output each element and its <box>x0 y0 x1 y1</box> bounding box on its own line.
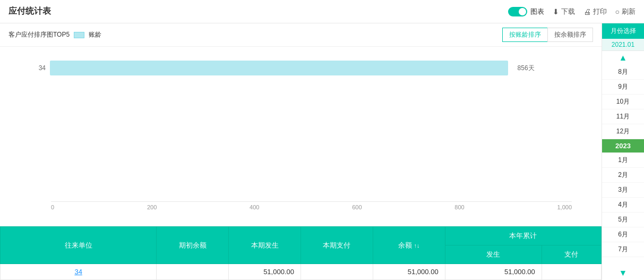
td-col6: 51,000.00 <box>445 264 542 280</box>
download-icon: ⬇ <box>553 7 559 16</box>
header: 应付统计表 图表 ⬇ 下载 🖨 打印 ○ 刷新 <box>0 0 644 23</box>
sidebar-nav-up[interactable]: ▲ <box>602 51 644 65</box>
x-axis-400: 400 <box>250 204 259 210</box>
th-col6-sub2: 支付 <box>542 245 601 264</box>
col1-link[interactable]: 34 <box>74 268 82 276</box>
month-7[interactable]: 7月 <box>602 242 644 257</box>
th-col6-sub1: 发生 <box>445 245 542 264</box>
chart-legend: 客户应付排序图TOP5 账龄 <box>8 30 101 39</box>
chart-bar-label: 34 <box>30 64 46 72</box>
legend-box <box>74 32 84 38</box>
chart-sort: 按账龄排序 按余额排序 <box>502 28 593 42</box>
x-axis-600: 600 <box>352 204 362 210</box>
table-row: 34 51,000.00 51,000.00 51,000.00 <box>1 264 602 280</box>
sidebar-header: 月份选择 <box>602 23 644 39</box>
print-icon: 🖨 <box>583 7 591 16</box>
print-label: 打印 <box>593 7 607 16</box>
chart-bar-row: 34 856天 <box>30 57 582 79</box>
month-10[interactable]: 10月 <box>602 95 644 109</box>
month-5[interactable]: 5月 <box>602 213 644 227</box>
th-col6-group: 本年累计 <box>445 227 601 245</box>
th-col2: 期初余额 <box>157 227 229 264</box>
sidebar-nav-down[interactable]: ▼ <box>602 266 644 280</box>
refresh-label: 刷新 <box>622 7 636 16</box>
sort-by-amount-button[interactable]: 按账龄排序 <box>502 28 547 42</box>
td-col4 <box>300 264 373 280</box>
td-col2 <box>157 264 229 280</box>
sidebar-current-year-month[interactable]: 2021.01 <box>602 39 644 51</box>
chart-container: 34 856天 0 200 400 600 <box>8 52 593 226</box>
x-axis-0: 0 <box>51 204 54 210</box>
sidebar-months: 8月 9月 10月 11月 12月 2023 1月 2月 3月 4月 5月 6月… <box>602 65 644 266</box>
chart-bar-value: 856天 <box>518 64 535 73</box>
td-col5: 51,000.00 <box>373 264 445 280</box>
td-col1: 34 <box>1 264 157 280</box>
legend-box-label: 账龄 <box>89 30 101 39</box>
chart-toggle[interactable] <box>508 7 527 16</box>
td-col7 <box>542 264 601 280</box>
main-content: 客户应付排序图TOP5 账龄 按账龄排序 按余额排序 34 <box>0 23 644 280</box>
page-title: 应付统计表 <box>8 6 51 17</box>
legend-label: 客户应付排序图TOP5 <box>8 30 70 39</box>
chart-area: 客户应付排序图TOP5 账龄 按账龄排序 按余额排序 34 <box>0 23 602 280</box>
x-axis-800: 800 <box>454 204 464 210</box>
th-col5: 余额 ↑↓ <box>373 227 445 264</box>
month-9[interactable]: 9月 <box>602 80 644 95</box>
month-4[interactable]: 4月 <box>602 198 644 213</box>
th-col1: 往来单位 <box>1 227 157 264</box>
header-actions: 图表 ⬇ 下载 🖨 打印 ○ 刷新 <box>508 7 636 16</box>
download-button[interactable]: ⬇ 下载 <box>553 7 575 16</box>
month-11[interactable]: 11月 <box>602 109 644 124</box>
sort-by-balance-button[interactable]: 按余额排序 <box>547 28 593 42</box>
month-6[interactable]: 6月 <box>602 227 644 242</box>
month-8[interactable]: 8月 <box>602 65 644 80</box>
chart-toolbar: 客户应付排序图TOP5 账龄 按账龄排序 按余额排序 <box>0 23 602 47</box>
x-axis-1000: 1,000 <box>557 204 572 210</box>
month-2[interactable]: 2月 <box>602 168 644 183</box>
th-col4: 本期支付 <box>300 227 373 264</box>
refresh-button[interactable]: ○ 刷新 <box>615 7 636 16</box>
chart-toggle-wrap: 图表 <box>508 7 544 16</box>
page: 应付统计表 图表 ⬇ 下载 🖨 打印 ○ 刷新 <box>0 0 644 280</box>
sidebar: 月份选择 2021.01 ▲ 8月 9月 10月 11月 12月 2023 1月… <box>602 23 644 280</box>
month-12[interactable]: 12月 <box>602 124 644 139</box>
chart-toggle-label: 图表 <box>530 7 544 16</box>
data-table: 往来单位 期初余额 本期发生 本期支付 余额 ↑↓ 本年累计 发生 <box>0 226 602 280</box>
chart-bar-area: 34 856天 0 200 400 600 <box>30 57 582 210</box>
month-3[interactable]: 3月 <box>602 183 644 198</box>
refresh-icon: ○ <box>615 7 620 16</box>
year-2023-label: 2023 <box>602 139 644 153</box>
th-col3: 本期发生 <box>229 227 301 264</box>
print-button[interactable]: 🖨 打印 <box>583 7 607 16</box>
chart-wrap: 34 856天 0 200 400 600 <box>0 47 602 226</box>
download-label: 下载 <box>561 7 575 16</box>
month-1[interactable]: 1月 <box>602 153 644 168</box>
chart-bar: 856天 <box>50 61 508 75</box>
x-axis: 0 200 400 600 800 1,000 <box>51 201 572 210</box>
td-col3: 51,000.00 <box>229 264 301 280</box>
table-area: 往来单位 期初余额 本期发生 本期支付 余额 ↑↓ 本年累计 发生 <box>0 226 602 280</box>
x-axis-200: 200 <box>147 204 157 210</box>
